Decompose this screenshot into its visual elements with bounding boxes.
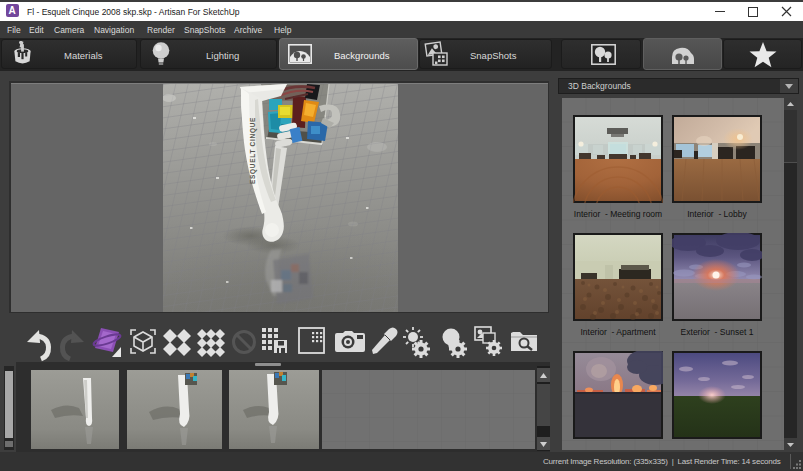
svg-text:ESQUELT CINQUE: ESQUELT CINQUE (249, 117, 257, 184)
